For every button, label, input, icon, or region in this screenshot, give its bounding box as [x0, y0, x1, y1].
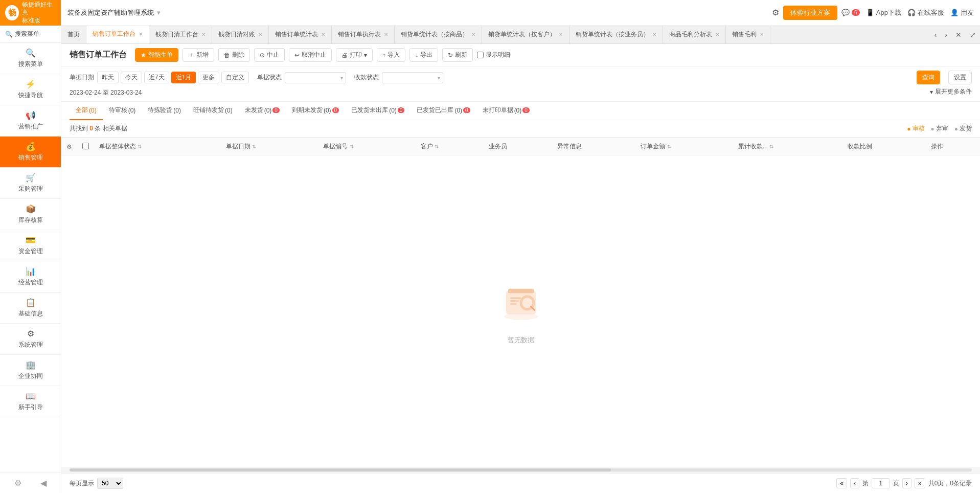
subtab-overdue-not-shipped[interactable]: 到期未发货(0)0 — [286, 102, 345, 120]
date-btn-today[interactable]: 今天 — [121, 72, 142, 83]
tab-sales-workbench[interactable]: 销售订单工作台✕ — [86, 26, 149, 44]
sidebar-item-label: 库存核算 — [18, 216, 43, 225]
message-item[interactable]: 💬 6 6 — [841, 9, 860, 16]
first-page-button[interactable]: « — [836, 478, 847, 488]
expand-more-button[interactable]: ▾ 展开更多条件 — [930, 87, 972, 96]
sidebar-item-operations[interactable]: 📊经营管理 — [0, 261, 61, 293]
tab-close-icon[interactable]: ✕ — [471, 32, 475, 37]
subtab-wangpu-pending[interactable]: 旺铺待发货(0) — [187, 102, 239, 120]
show-detail-input[interactable] — [477, 52, 484, 58]
cancel-stop-button[interactable]: ↩ 取消中止 — [289, 48, 332, 62]
tab-close-icon[interactable]: ✕ — [652, 32, 656, 37]
select-all-checkbox[interactable] — [82, 143, 89, 149]
sidebar-item-basic-info[interactable]: 📋基础信息 — [0, 293, 61, 324]
date-btn-7days[interactable]: 近7天 — [144, 72, 169, 83]
subtab-all[interactable]: 全部(0) — [70, 102, 103, 120]
pagination-bar: 每页显示 50 100 200 « ‹ 第 页 › » 共0页，0条记录 — [61, 473, 980, 493]
tab-home[interactable]: 首页 — [61, 26, 86, 44]
sidebar-search[interactable]: 🔍 搜索菜单 — [0, 26, 61, 43]
subtab-label: 已发货已出库 — [417, 106, 453, 115]
sidebar-item-marketing[interactable]: 📢营销推广 — [0, 105, 61, 137]
settings-col-icon[interactable]: ⚙ — [66, 143, 72, 150]
search-button[interactable]: 查询 — [917, 71, 940, 84]
date-btn-custom[interactable]: 自定义 — [221, 72, 249, 83]
tab-close-icon[interactable]: ✕ — [139, 31, 143, 37]
tab-sales-summary-customer[interactable]: 销货单统计表（按客户）✕ — [482, 26, 569, 44]
add-button[interactable]: ＋ 新增 — [183, 48, 214, 62]
sidebar-item-search[interactable]: 🔍搜索菜单 — [0, 43, 61, 74]
tab-sales-stats[interactable]: 销售订单统计表✕ — [269, 26, 332, 44]
sidebar-item-enterprise[interactable]: 🏢企业协同 — [0, 355, 61, 386]
status-select[interactable] — [285, 72, 346, 83]
page-input[interactable] — [872, 478, 890, 488]
tab-cash-daily[interactable]: 钱货日清工作台✕ — [149, 26, 212, 44]
sidebar-item-inventory[interactable]: 📦库存核算 — [0, 199, 61, 230]
collapse-icon[interactable]: ◀ — [40, 478, 47, 488]
user-item[interactable]: 👤 用友 — [950, 8, 974, 17]
online-service-item[interactable]: 🎧 在线客服 — [907, 8, 944, 17]
tab-close-icon[interactable]: ✕ — [715, 32, 719, 37]
tab-gross-profit[interactable]: 商品毛利分析表✕ — [663, 26, 726, 44]
tab-scroll-right[interactable]: › — [941, 26, 951, 44]
subtab-pending-review[interactable]: 待审核(0) — [103, 102, 142, 120]
set-button[interactable]: 设置 — [948, 71, 972, 84]
refresh-button[interactable]: ↻ 刷新 — [442, 48, 473, 62]
date-btn-yesterday[interactable]: 昨天 — [97, 72, 119, 83]
tab-sales-profit[interactable]: 销售毛利✕ — [726, 26, 770, 44]
sidebar-item-quick-nav[interactable]: ⚡快捷导航 — [0, 74, 61, 105]
scroll-track[interactable] — [70, 468, 972, 472]
subtab-shipped-out[interactable]: 已发货已出库(0)0 — [411, 102, 476, 120]
stop-button[interactable]: ⊘ 中止 — [254, 48, 285, 62]
sidebar-item-guide[interactable]: 📖新手引导 — [0, 386, 61, 417]
page-size-select[interactable]: 50 100 200 — [97, 478, 123, 489]
scroll-thumb[interactable] — [70, 468, 611, 472]
export-button[interactable]: ↓ 导出 — [409, 48, 438, 62]
svg-rect-7 — [510, 300, 519, 302]
logo-icon: 畅 — [5, 5, 19, 20]
subtab-pending-check[interactable]: 待拣验货(0) — [142, 102, 187, 120]
app-download-item[interactable]: 📱 App下载 — [866, 8, 901, 17]
action-un-audit[interactable]: ●弃审 — [931, 124, 948, 133]
action-ship[interactable]: ●发货 — [954, 124, 972, 133]
payment-select[interactable] — [382, 72, 443, 83]
import-button[interactable]: ↑ 导入 — [377, 48, 405, 62]
tab-sales-summary-staff[interactable]: 销货单统计表（按业务员）✕ — [569, 26, 663, 44]
tab-close-icon[interactable]: ✕ — [258, 32, 262, 37]
sidebar-item-system[interactable]: ⚙系统管理 — [0, 324, 61, 355]
print-button[interactable]: 🖨 打印 ▾ — [336, 48, 373, 62]
tab-close-all[interactable]: ✕ — [951, 26, 966, 44]
smart-generate-button[interactable]: ★ 智能生单 — [135, 48, 178, 62]
sidebar-item-purchase[interactable]: 🛒采购管理 — [0, 168, 61, 199]
solution-button[interactable]: 体验行业方案 — [783, 6, 837, 20]
tab-close-icon[interactable]: ✕ — [760, 32, 764, 37]
tab-maximize[interactable]: ⤢ — [966, 26, 980, 44]
settings-icon[interactable]: ⚙ — [14, 478, 21, 488]
subtab-shipped-not-out[interactable]: 已发货未出库(0)0 — [345, 102, 411, 120]
tab-cash-reconcile[interactable]: 钱货日清对账✕ — [212, 26, 269, 44]
show-detail-checkbox[interactable]: 显示明细 — [477, 51, 510, 59]
next-page-button[interactable]: › — [902, 478, 911, 488]
date-btn-more[interactable]: 更多 — [198, 72, 219, 83]
sidebar-item-finance[interactable]: 💳资金管理 — [0, 230, 61, 261]
tab-scroll-left[interactable]: ‹ — [930, 26, 941, 44]
action-audit[interactable]: ●审核 — [907, 124, 924, 133]
data-table: ⚙ 单据整体状态 ⇅ 单据日期 ⇅ 单据编号 ⇅ 客户 ⇅ 业务员 异常信息 订… — [61, 138, 980, 155]
tab-close-icon[interactable]: ✕ — [559, 32, 563, 37]
sidebar-item-label: 营销推广 — [18, 122, 43, 131]
status-filter: 单据状态 — [257, 72, 346, 83]
status-select-wrapper — [285, 72, 346, 83]
delete-button[interactable]: 🗑 删除 — [218, 48, 250, 62]
tab-sales-exec[interactable]: 销售订单执行表✕ — [332, 26, 395, 44]
last-page-button[interactable]: » — [915, 478, 925, 488]
prev-page-button[interactable]: ‹ — [850, 478, 859, 488]
tab-close-icon[interactable]: ✕ — [321, 32, 325, 37]
subtab-not-printed[interactable]: 未打印单据(0)0 — [476, 102, 536, 120]
subtab-not-shipped[interactable]: 未发货(0)0 — [239, 102, 286, 120]
tab-close-icon[interactable]: ✕ — [384, 32, 388, 37]
date-btn-1month[interactable]: 近1月 — [171, 72, 196, 83]
star-icon: ★ — [141, 52, 146, 59]
sidebar-item-sales[interactable]: 💰销售管理 — [0, 137, 61, 168]
tab-sales-summary-product[interactable]: 销货单统计表（按商品）✕ — [395, 26, 482, 44]
tab-close-icon[interactable]: ✕ — [201, 32, 206, 37]
topbar-settings-icon[interactable]: ⚙ — [772, 8, 779, 17]
